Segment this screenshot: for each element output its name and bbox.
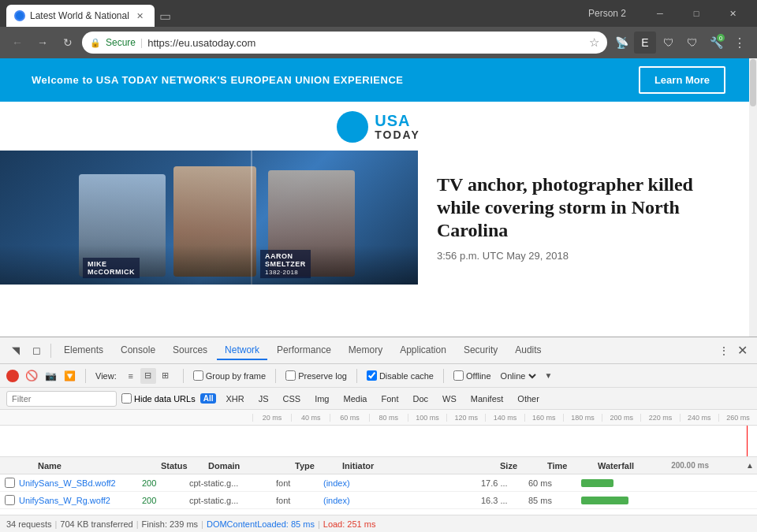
badge: 0 bbox=[717, 34, 725, 42]
group-by-frame-label[interactable]: Group by frame bbox=[193, 370, 266, 381]
eu-banner: Welcome to USA TODAY NETWORK'S EUROPEAN … bbox=[0, 58, 757, 102]
shield-icon[interactable]: 🛡 bbox=[658, 32, 680, 54]
dt-separator-1 bbox=[50, 344, 51, 358]
image-overlay bbox=[0, 245, 418, 285]
tab-console[interactable]: Console bbox=[113, 341, 163, 360]
all-badge[interactable]: All bbox=[200, 393, 217, 404]
row1-checkbox[interactable] bbox=[0, 478, 19, 488]
large-view-icon[interactable]: ⊟ bbox=[140, 368, 156, 384]
devtools-inspect-icon[interactable]: ◥ bbox=[6, 341, 25, 360]
tab-close-button[interactable]: ✕ bbox=[134, 9, 147, 22]
url-bar[interactable]: 🔒 Secure | https://eu.usatoday.com ☆ bbox=[82, 32, 607, 54]
tab-network[interactable]: Network bbox=[217, 341, 267, 360]
preserve-log-label[interactable]: Preserve log bbox=[285, 370, 347, 381]
active-tab[interactable]: Latest World & National ✕ bbox=[6, 5, 155, 27]
row2-time: 85 ms bbox=[528, 496, 576, 505]
row2-waterfall bbox=[576, 492, 757, 508]
offline-checkbox[interactable] bbox=[453, 370, 464, 381]
th-initiator: Initiator bbox=[342, 461, 500, 471]
extra-icon[interactable]: 🔧 0 bbox=[705, 32, 727, 54]
row2-type: font bbox=[276, 496, 323, 505]
disable-cache-checkbox[interactable] bbox=[367, 370, 377, 381]
devtools-device-icon[interactable]: ◻ bbox=[27, 341, 46, 360]
maximize-button[interactable]: □ bbox=[678, 0, 714, 27]
bookmark-icon[interactable]: ☆ bbox=[589, 35, 599, 50]
throttle-dropdown-arrow: ▼ bbox=[545, 371, 553, 380]
sort-arrow-icon: ▲ bbox=[746, 461, 754, 470]
filter-other[interactable]: Other bbox=[513, 392, 544, 405]
disable-cache-label[interactable]: Disable cache bbox=[367, 370, 434, 381]
list-view-icon[interactable]: ≡ bbox=[123, 368, 139, 384]
filter-xhr[interactable]: XHR bbox=[221, 392, 248, 405]
tab-elements[interactable]: Elements bbox=[56, 341, 111, 360]
filter-media[interactable]: Media bbox=[338, 392, 371, 405]
logo-area: USA TODAY bbox=[0, 102, 757, 151]
close-button[interactable]: ✕ bbox=[714, 0, 751, 27]
ublock-icon[interactable]: 🛡 bbox=[681, 32, 703, 54]
devtools-close-button[interactable]: ✕ bbox=[734, 340, 751, 361]
load-time: Load: 251 ms bbox=[323, 519, 376, 529]
filter-js[interactable]: JS bbox=[254, 392, 274, 405]
nt-sep-2 bbox=[183, 369, 184, 383]
tab-sources[interactable]: Sources bbox=[165, 341, 215, 360]
url-separator: | bbox=[140, 37, 143, 48]
th-size: Size bbox=[500, 461, 547, 471]
record-button[interactable] bbox=[6, 370, 19, 382]
clear-button[interactable]: 🚫 bbox=[25, 370, 38, 382]
row2-size: 16.3 ... bbox=[481, 496, 528, 505]
throttle-select[interactable]: Online bbox=[498, 370, 539, 381]
preserve-log-checkbox[interactable] bbox=[285, 370, 296, 381]
refresh-button[interactable]: ↻ bbox=[57, 32, 79, 54]
chrome-menu-button[interactable]: ⋮ bbox=[729, 32, 751, 54]
filter-ws[interactable]: WS bbox=[438, 392, 461, 405]
row1-size: 17.6 ... bbox=[481, 478, 528, 488]
row1-initiator[interactable]: (index) bbox=[323, 478, 481, 488]
filter-doc[interactable]: Doc bbox=[408, 392, 433, 405]
grid-view-icon[interactable]: ⊞ bbox=[158, 368, 173, 384]
filter-img[interactable]: Img bbox=[310, 392, 334, 405]
scrollbar-thumb[interactable] bbox=[750, 59, 756, 106]
timeline-header: 20 ms 40 ms 60 ms 80 ms 100 ms 120 ms 14… bbox=[0, 410, 757, 426]
row2-initiator[interactable]: (index) bbox=[323, 496, 481, 505]
person-label: Person 2 bbox=[588, 8, 626, 19]
back-button[interactable]: ← bbox=[6, 32, 28, 54]
extensions-icon[interactable]: E bbox=[634, 32, 656, 54]
forward-button[interactable]: → bbox=[32, 32, 54, 54]
article-image: MIKEMcCORMICK AARONSMELTZER1382·2018 bbox=[0, 151, 418, 285]
tab-memory[interactable]: Memory bbox=[341, 341, 390, 360]
filter-button[interactable]: 🔽 bbox=[63, 370, 76, 382]
row1-waterfall bbox=[576, 474, 757, 491]
row2-checkbox[interactable] bbox=[0, 495, 19, 505]
filter-css[interactable]: CSS bbox=[278, 392, 306, 405]
tick-140ms: 140 ms bbox=[485, 414, 524, 422]
devtools-more-button[interactable]: ⋮ bbox=[715, 341, 733, 360]
browser-content: Welcome to USA TODAY NETWORK'S EUROPEAN … bbox=[0, 58, 757, 337]
th-domain: Domain bbox=[208, 461, 295, 471]
capture-screenshot-button[interactable]: 📷 bbox=[44, 370, 57, 382]
row1-status: 200 bbox=[142, 478, 189, 488]
tab-performance[interactable]: Performance bbox=[269, 341, 339, 360]
table-row[interactable]: UnifySans_W_SBd.woff2 200 cpt-static.g..… bbox=[0, 474, 757, 492]
filter-font[interactable]: Font bbox=[376, 392, 403, 405]
tab-application[interactable]: Application bbox=[392, 341, 454, 360]
hide-data-urls-label[interactable]: Hide data URLs bbox=[121, 393, 196, 404]
tab-security[interactable]: Security bbox=[456, 341, 505, 360]
filter-manifest[interactable]: Manifest bbox=[466, 392, 509, 405]
new-tab-button[interactable]: ▭ bbox=[155, 5, 177, 27]
cast-icon[interactable]: 📡 bbox=[610, 32, 632, 54]
learn-more-button[interactable]: Learn More bbox=[639, 66, 725, 94]
requests-count: 34 requests bbox=[6, 519, 51, 529]
th-status: Status bbox=[161, 461, 208, 471]
filter-input[interactable] bbox=[6, 391, 117, 407]
table-row[interactable]: UnifySans_W_Rg.woff2 200 cpt-static.g...… bbox=[0, 492, 757, 509]
scrollbar[interactable] bbox=[749, 58, 757, 337]
minimize-button[interactable]: ─ bbox=[642, 0, 678, 27]
logo-today: TODAY bbox=[375, 129, 420, 141]
row2-name: UnifySans_W_Rg.woff2 bbox=[19, 496, 142, 505]
tick-220ms: 220 ms bbox=[640, 414, 679, 422]
tab-audits[interactable]: Audits bbox=[507, 341, 549, 360]
offline-label[interactable]: Offline bbox=[453, 370, 491, 381]
hide-data-urls-checkbox[interactable] bbox=[121, 393, 132, 404]
nt-sep-3 bbox=[275, 369, 276, 383]
group-by-frame-checkbox[interactable] bbox=[193, 370, 203, 381]
